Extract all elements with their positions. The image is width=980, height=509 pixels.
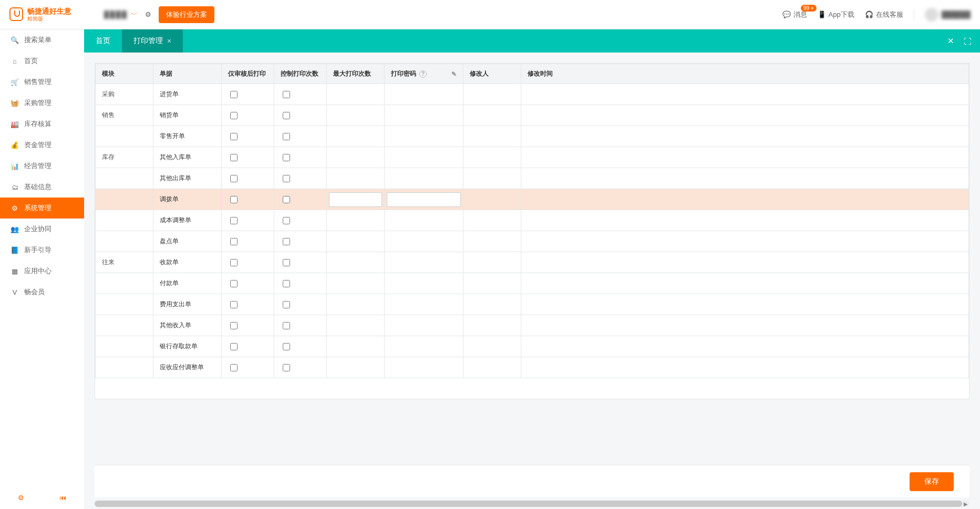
- cell-audited: [222, 252, 274, 273]
- checkbox-control[interactable]: [283, 322, 290, 329]
- cell-doc: 销货单: [153, 105, 222, 126]
- headset-icon: 🎧: [865, 11, 873, 18]
- sidebar-item-2[interactable]: 🛒销售管理: [0, 71, 84, 92]
- fullscreen-icon[interactable]: ⛶: [964, 37, 972, 46]
- table-row[interactable]: 应收应付调整单: [96, 357, 969, 378]
- checkbox-audited[interactable]: [230, 364, 238, 371]
- checkbox-control[interactable]: [283, 196, 290, 203]
- horizontal-scrollbar[interactable]: ▶: [95, 501, 969, 507]
- cell-module: [96, 210, 153, 231]
- brand[interactable]: 畅捷通好生意 精简版: [9, 7, 94, 21]
- checkbox-control[interactable]: [283, 175, 290, 182]
- org-selector[interactable]: ████ ﹀: [104, 10, 138, 19]
- table-row[interactable]: 成本调整单: [96, 210, 969, 231]
- cell-modtime: [521, 231, 969, 252]
- sidebar-item-0[interactable]: 🔍搜索菜单: [0, 29, 84, 50]
- sidebar-item-5[interactable]: 💰资金管理: [0, 134, 84, 155]
- table-row[interactable]: 零售开单: [96, 126, 969, 147]
- cell-max: [327, 84, 385, 105]
- checkbox-audited[interactable]: [230, 280, 238, 287]
- checkbox-audited[interactable]: [230, 154, 238, 161]
- sidebar-item-7[interactable]: 🗂基础信息: [0, 176, 84, 198]
- checkbox-control[interactable]: [283, 133, 290, 140]
- cell-audited: [222, 231, 274, 252]
- checkbox-control[interactable]: [283, 238, 290, 245]
- checkbox-control[interactable]: [283, 364, 290, 371]
- checkbox-audited[interactable]: [230, 238, 238, 245]
- app-download-button[interactable]: 📱 App下载: [818, 10, 854, 19]
- table-row[interactable]: 往来收款单: [96, 252, 969, 273]
- scrollbar-arrow-right-icon[interactable]: ▶: [963, 501, 968, 507]
- checkbox-audited[interactable]: [230, 343, 238, 350]
- table-row[interactable]: 付款单: [96, 273, 969, 294]
- checkbox-control[interactable]: [283, 280, 290, 287]
- print-settings-table: 模块 单据 仅审核后打印 控制打印次数 最大打印次数 打印密码 ? ✎: [95, 64, 969, 378]
- checkbox-control[interactable]: [283, 301, 290, 308]
- cell-audited: [222, 336, 274, 357]
- tab-print-label: 打印管理: [133, 36, 163, 46]
- sidebar-item-icon: 🏭: [11, 120, 19, 128]
- table-row[interactable]: 库存其他入库单: [96, 147, 969, 168]
- table-row[interactable]: 费用支出单: [96, 294, 969, 315]
- scrollbar-thumb[interactable]: [95, 501, 962, 507]
- table-row[interactable]: 其他收入单: [96, 315, 969, 336]
- sidebar-item-8[interactable]: ⚙系统管理: [0, 198, 84, 219]
- user-menu[interactable]: ██████: [925, 8, 971, 22]
- table-row[interactable]: 其他出库单: [96, 168, 969, 189]
- table-row[interactable]: 盘点单: [96, 231, 969, 252]
- cell-max: [327, 273, 385, 294]
- sidebar-settings-icon[interactable]: ⚙: [18, 494, 24, 502]
- cell-modtime: [521, 168, 969, 189]
- sidebar-item-1[interactable]: ⌂首页: [0, 50, 84, 71]
- checkbox-audited[interactable]: [230, 133, 238, 140]
- close-icon[interactable]: ×: [167, 37, 171, 45]
- cell-max: [327, 126, 385, 147]
- table-row[interactable]: 调拨单: [96, 189, 969, 210]
- tab-home[interactable]: 首页: [84, 29, 122, 53]
- table-row[interactable]: 销售销货单: [96, 105, 969, 126]
- sidebar-item-6[interactable]: 📊经营管理: [0, 155, 84, 176]
- sidebar-item-4[interactable]: 🏭库存核算: [0, 113, 84, 134]
- checkbox-audited[interactable]: [230, 322, 238, 329]
- checkbox-audited[interactable]: [230, 259, 238, 266]
- cell-modtime: [521, 210, 969, 231]
- table-row[interactable]: 采购进货单: [96, 84, 969, 105]
- user-name: ██████: [942, 11, 971, 18]
- cell-max: [327, 189, 385, 210]
- checkbox-control[interactable]: [283, 154, 290, 161]
- save-button[interactable]: 保存: [910, 472, 954, 491]
- checkbox-audited[interactable]: [230, 301, 238, 308]
- table-row[interactable]: 银行存取款单: [96, 336, 969, 357]
- tabs-close-all-icon[interactable]: ✕: [947, 36, 954, 46]
- sidebar-item-11[interactable]: ▦应用中心: [0, 261, 84, 282]
- online-service-button[interactable]: 🎧 在线客服: [865, 10, 903, 19]
- checkbox-audited[interactable]: [230, 217, 238, 224]
- input-print-password[interactable]: [387, 192, 461, 207]
- sidebar-item-12[interactable]: V畅会员: [0, 282, 84, 303]
- input-max-print[interactable]: [329, 192, 382, 207]
- sidebar-item-10[interactable]: 📘新手引导: [0, 240, 84, 261]
- checkbox-control[interactable]: [283, 91, 290, 98]
- gear-icon[interactable]: ⚙: [145, 11, 151, 18]
- industry-plan-button[interactable]: 体验行业方案: [159, 6, 214, 23]
- cell-control: [274, 273, 327, 294]
- sidebar-collapse-icon[interactable]: ⏮: [59, 494, 66, 502]
- checkbox-control[interactable]: [283, 217, 290, 224]
- checkbox-audited[interactable]: [230, 91, 238, 98]
- cell-pwd: [385, 168, 463, 189]
- sidebar-item-3[interactable]: 🧺采购管理: [0, 92, 84, 113]
- sidebar-item-9[interactable]: 👥企业协同: [0, 219, 84, 240]
- checkbox-audited[interactable]: [230, 196, 238, 203]
- checkbox-control[interactable]: [283, 259, 290, 266]
- tab-print[interactable]: 打印管理 ×: [122, 29, 183, 53]
- checkbox-audited[interactable]: [230, 175, 238, 182]
- cell-pwd: [385, 336, 463, 357]
- checkbox-control[interactable]: [283, 343, 290, 350]
- edit-icon[interactable]: ✎: [451, 70, 457, 78]
- cell-audited: [222, 294, 274, 315]
- help-icon[interactable]: ?: [419, 70, 427, 78]
- cell-audited: [222, 84, 274, 105]
- messages-button[interactable]: 💬 消息 99 +: [782, 10, 807, 19]
- checkbox-audited[interactable]: [230, 112, 238, 119]
- checkbox-control[interactable]: [283, 112, 290, 119]
